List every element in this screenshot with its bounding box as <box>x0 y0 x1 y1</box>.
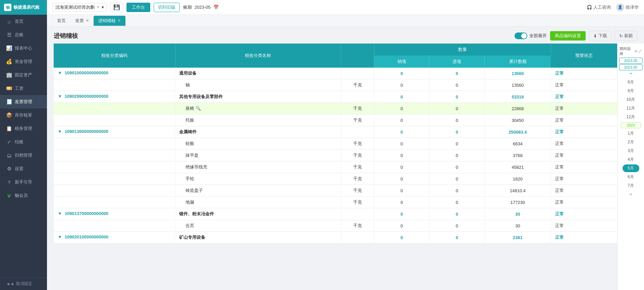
period-month-item[interactable]: 11月 <box>623 104 639 112</box>
period-month-item[interactable]: 5月 <box>623 164 639 172</box>
calendar-icon[interactable]: 📅 <box>213 5 219 10</box>
row-code <box>54 138 175 150</box>
sidebar-item-inventory[interactable]: 📦 库存核算 <box>0 108 47 122</box>
row-total: 53318 <box>485 91 551 103</box>
sidebar-item-ledger[interactable]: ☰ 总账 <box>0 28 47 42</box>
table-row: 绝缘导线壳 千克 0 0 45821 正常 <box>54 161 617 173</box>
toggle-expand[interactable]: 全部展开 <box>515 32 547 39</box>
row-code <box>54 79 175 91</box>
period-month-item[interactable]: 4月 <box>623 156 639 163</box>
sidebar-item-settle[interactable]: ✓ 结账 <box>0 135 47 149</box>
sidebar-item-invoice[interactable]: 🧾 发票管理 <box>0 95 47 108</box>
table-row: ▼109013700000000000 锻件、粉末冶金件 0 0 30 正常 <box>54 208 617 220</box>
th-purchase: 进项 <box>429 56 485 68</box>
row-status: 正常 <box>551 161 617 173</box>
asset-icon: 🏢 <box>6 72 12 78</box>
period-year-1[interactable]: 2023.05 <box>619 58 643 64</box>
app-name: 畅捷通易代账 <box>13 4 40 10</box>
tab-home-label: 首页 <box>57 18 66 24</box>
period-month-item[interactable]: 3月 <box>623 147 639 155</box>
panel-expand-icon[interactable]: ⤢ <box>638 49 642 54</box>
sidebar-item-tax[interactable]: 📋 税务管理 <box>0 122 47 135</box>
th-status: 预警状态 <box>551 44 617 68</box>
period-month-item[interactable]: 1月 <box>623 130 639 137</box>
table-row: 轮毂 千克 0 0 6634 正常 <box>54 138 617 150</box>
sidebar-bottom: ◄◄ 取消固定 <box>0 277 47 290</box>
row-purchase: 0 <box>429 173 485 185</box>
row-total: 6634 <box>485 138 551 150</box>
row-unit: 千克 <box>341 197 374 208</box>
pin-icon: ◄◄ <box>6 282 14 286</box>
panel-down-arrow[interactable]: ⌄ <box>629 190 633 196</box>
sidebar-item-archive[interactable]: 🗂 归档管理 <box>0 149 47 162</box>
headset-icon: 🎧 <box>587 5 592 10</box>
period-month-item[interactable]: 8月 <box>623 78 639 86</box>
row-total: 30450 <box>485 115 551 126</box>
row-name: 锻件、粉末冶金件 <box>175 208 341 220</box>
tab-invoice[interactable]: 发票 ✕ <box>70 16 94 26</box>
search-icon[interactable]: 🔍 <box>196 106 201 111</box>
row-code <box>54 173 175 185</box>
row-sale: 0 <box>374 185 429 197</box>
download-button[interactable]: ⬇ 下载 <box>589 31 611 41</box>
table-row: 托板 千克 0 0 30450 正常 <box>54 115 617 126</box>
period-month-item[interactable]: 6月 <box>623 173 639 181</box>
row-total: 3768 <box>485 150 551 161</box>
period-month-item[interactable]: 12月 <box>623 113 639 121</box>
row-sale: 0 <box>374 173 429 185</box>
salary-icon: 💴 <box>6 85 12 91</box>
ledger-icon: ☰ <box>6 32 12 38</box>
sidebar-label-report: 报表中心 <box>15 45 32 51</box>
pin-button[interactable]: ◄◄ 取消固定 <box>0 278 47 290</box>
row-status: 正常 <box>551 232 617 243</box>
user-menu[interactable]: 👤 徐泽华 <box>616 3 639 11</box>
company-selector[interactable]: 沈海英测试经营勿删 ✕ ▾ <box>52 3 107 12</box>
old-version-button[interactable]: 切到旧版 <box>154 3 180 12</box>
workbench-button[interactable]: 工作台 <box>126 3 150 12</box>
sidebar-item-guide[interactable]: ? 新手引导 <box>0 175 47 189</box>
panel-up-arrow[interactable]: ⌃ <box>629 72 633 78</box>
period-year-2[interactable]: 2023.05 <box>619 64 643 70</box>
row-total: 13560 <box>485 68 551 79</box>
save-button[interactable]: 💾 <box>110 2 123 12</box>
period-month-item[interactable]: 2023 <box>621 122 641 128</box>
refresh-button[interactable]: ↻ 刷新 <box>615 31 637 41</box>
tab-home[interactable]: 首页 <box>52 16 70 26</box>
row-unit <box>341 91 374 103</box>
panel-close-icon[interactable]: ✕ <box>634 49 638 54</box>
toggle-switch[interactable] <box>515 32 527 39</box>
tax-icon: 📋 <box>6 126 12 132</box>
period-month-item[interactable]: 10月 <box>623 96 639 103</box>
sidebar-item-home[interactable]: ⌂ 首页 <box>0 15 47 28</box>
period-month-item[interactable]: 2月 <box>623 138 639 146</box>
row-sale: 0 <box>374 161 429 173</box>
company-delete-icon[interactable]: ✕ <box>97 5 100 9</box>
sidebar-item-asset[interactable]: 🏢 固定资产 <box>0 68 47 82</box>
row-purchase: 0 <box>429 232 485 243</box>
tab-invoice-label: 发票 <box>75 18 84 24</box>
sidebar-item-capital[interactable]: 💰 资金管理 <box>0 55 47 68</box>
table-scroll-area[interactable]: 税收分类编码 税收分类名称 数量 预警状态 销项 进项 累计数额 <box>54 44 617 290</box>
tab-invoice-close[interactable]: ✕ <box>86 18 89 23</box>
code-settings-button[interactable]: 商品编码设置 <box>550 31 586 41</box>
row-name: 矿山专用设备 <box>175 232 341 243</box>
help-button[interactable]: 🎧 人工咨询 <box>587 4 611 10</box>
tab-check[interactable]: 进销稽核 ✕ <box>94 16 125 26</box>
row-code: ▼109013700000000000 <box>54 208 175 219</box>
avatar: 👤 <box>616 3 624 11</box>
period-month-item[interactable]: 7月 <box>623 182 639 190</box>
row-name: 通用设备 <box>175 68 341 79</box>
sidebar-item-salary[interactable]: 💴 工资 <box>0 82 47 95</box>
row-sale: 0 <box>374 126 429 138</box>
period-month-item[interactable]: 9月 <box>623 87 639 95</box>
row-code <box>54 220 175 232</box>
sidebar-item-member[interactable]: V 畅会员 <box>0 189 47 202</box>
company-dropdown-icon[interactable]: ▾ <box>102 5 104 10</box>
sidebar-item-settings[interactable]: ⚙ 设置 <box>0 162 47 175</box>
row-status: 正常 <box>551 197 617 208</box>
tab-check-close[interactable]: ✕ <box>118 18 121 23</box>
sidebar-item-report[interactable]: 📊 报表中心 <box>0 42 47 55</box>
table-row: 座椅🔍 千克 0 0 22868 正常 <box>54 103 617 115</box>
row-unit: 千克 <box>341 150 374 161</box>
right-panel-header: 期间选择 ✕ ⤢ <box>619 46 643 58</box>
